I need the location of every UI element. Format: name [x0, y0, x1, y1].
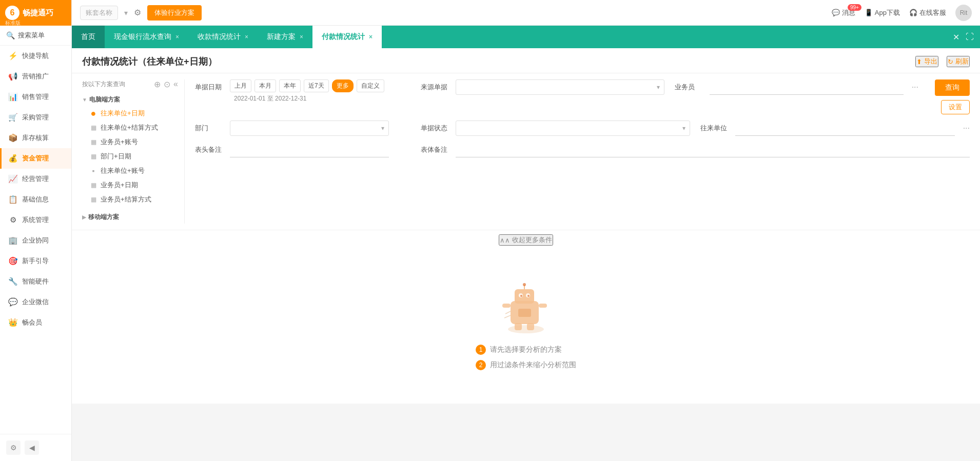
sidebar-item-wechat[interactable]: 💬 企业微信	[0, 292, 71, 312]
tab-payments-close[interactable]: ×	[369, 33, 373, 41]
mobile-group-title[interactable]: ▶ 移动端方案	[82, 211, 178, 224]
sidebar-item-enterprise[interactable]: 🏢 企业协同	[0, 230, 71, 251]
messages-button[interactable]: 💬 消息 99+	[832, 8, 855, 17]
last-month-btn[interactable]: 上月	[230, 79, 251, 92]
sidebar-item-finance[interactable]: 💰 资金管理	[0, 148, 71, 169]
sidebar-item-label: 企业协同	[22, 236, 49, 245]
sidebar-item-basic[interactable]: 📋 基础信息	[0, 189, 71, 210]
scheme-item-staff-account[interactable]: ▦ 业务员+账号	[82, 135, 178, 149]
sidebar-item-marketing[interactable]: 📢 营销推广	[0, 66, 71, 87]
sidebar-item-member[interactable]: 👑 畅会员	[0, 312, 71, 333]
staff-more-icon[interactable]: ···	[912, 83, 918, 92]
scheme-header-icons: ⊕ ⊙ «	[154, 79, 178, 89]
scheme-item-staff-settle[interactable]: ▦ 业务员+结算方式	[82, 192, 178, 207]
system-icon: ⚙	[8, 215, 18, 225]
date-range-display: 2022-01-01 至 2022-12-31	[234, 94, 384, 103]
mobile-group-label: 移动端方案	[88, 213, 119, 222]
table-body-note-input[interactable]	[456, 142, 970, 157]
settings-button[interactable]: 设置	[941, 100, 970, 114]
tab-home[interactable]: 首页	[72, 26, 105, 48]
query-button[interactable]: 查询	[935, 79, 970, 96]
tab-bank[interactable]: 现金银行流水查询 ×	[105, 26, 188, 48]
related-unit-input[interactable]	[735, 121, 955, 136]
settings-scheme-icon[interactable]: ⊙	[164, 79, 170, 89]
desktop-group-label: 电脑端方案	[89, 95, 120, 104]
voucher-status-select[interactable]: ▾	[456, 121, 690, 136]
more-dates-btn[interactable]: 更多	[332, 79, 354, 92]
scheme-item-staff-date[interactable]: ▦ 业务员+日期	[82, 178, 178, 192]
close-all-tabs-icon[interactable]: ✕	[953, 32, 959, 42]
collapse-row: ∧∧ 收起更多条件	[72, 230, 980, 250]
online-service-button[interactable]: 🎧 在线客服	[909, 8, 946, 17]
sidebar-item-quick-nav[interactable]: ⚡ 快捷导航	[0, 46, 71, 66]
user-avatar[interactable]: Rit	[955, 5, 972, 21]
last-7days-btn[interactable]: 近7天	[304, 79, 329, 92]
tab-bank-label: 现金银行流水查询	[114, 32, 171, 42]
logo-icon: 6	[5, 6, 19, 20]
scheme-item-unit-account[interactable]: ▪ 往来单位+账号	[82, 164, 178, 178]
svg-point-5	[520, 295, 522, 297]
related-unit-more-icon[interactable]: ···	[963, 124, 970, 133]
export-button[interactable]: ⬆ 导出	[915, 56, 938, 67]
svg-rect-13	[518, 309, 531, 317]
tab-payments[interactable]: 付款情况统计 ×	[312, 26, 382, 48]
nav-tabs: 首页 现金银行流水查询 × 收款情况统计 × 新建方案 × 付款情况统计 × ✕…	[72, 26, 980, 48]
sidebar-item-label: 资金管理	[22, 154, 49, 163]
trial-button[interactable]: 体验行业方案	[147, 5, 202, 21]
scheme-item-label: 业务员+日期	[101, 181, 138, 190]
inventory-icon: 📦	[8, 133, 18, 143]
dept-select[interactable]: ▾	[230, 121, 389, 136]
tab-bank-close[interactable]: ×	[175, 33, 179, 41]
filter-actions: 查询 设置	[929, 79, 970, 114]
desktop-group-title[interactable]: ▼ 电脑端方案	[82, 93, 178, 106]
scheme-icon-2: ▦	[89, 138, 97, 146]
app-download-button[interactable]: 📱 App下载	[865, 8, 900, 17]
collapse-scheme-icon[interactable]: «	[173, 79, 178, 89]
sidebar-item-hardware[interactable]: 🔧 智能硬件	[0, 271, 71, 292]
app-download-label: App下载	[875, 8, 900, 17]
search-menu[interactable]: 🔍 搜索菜单	[0, 26, 71, 46]
scheme-item-unit-date[interactable]: ● 往来单位+日期	[82, 106, 178, 121]
settings-bottom-icon[interactable]: ⚙	[6, 440, 21, 455]
tab-new-scheme-close[interactable]: ×	[300, 33, 303, 41]
this-month-btn[interactable]: 本月	[254, 79, 276, 92]
scheme-active-icon: ●	[89, 109, 97, 117]
collapse-button[interactable]: ∧∧ 收起更多条件	[499, 234, 553, 246]
tab-new-scheme[interactable]: 新建方案 ×	[258, 26, 312, 48]
sidebar-item-operations[interactable]: 📈 经营管理	[0, 169, 71, 189]
this-year-btn[interactable]: 本年	[279, 79, 301, 92]
scheme-icon-4: ▪	[89, 167, 97, 175]
mobile-group-arrow: ▶	[82, 214, 86, 220]
page-title: 付款情况统计（往来单位+日期）	[82, 55, 217, 68]
custom-date-btn[interactable]: 自定义	[357, 79, 384, 92]
nav-tabs-actions: ✕ ⛶	[953, 26, 980, 48]
refresh-icon: ↻	[948, 58, 953, 66]
sidebar-item-sales[interactable]: 📊 销售管理	[0, 87, 71, 107]
main-content: 账套名称 ▾ ⚙ 体验行业方案 💬 消息 99+ 📱 App下载 🎧 在线客服 …	[72, 0, 980, 461]
sidebar-item-purchase[interactable]: 🛒 采购管理	[0, 107, 71, 128]
account-dropdown-icon[interactable]: ▾	[124, 9, 128, 17]
settings-icon[interactable]: ⚙	[134, 8, 141, 17]
sidebar-bottom: ⚙ ◀	[0, 434, 71, 461]
empty-state: 1 请先选择要分析的方案 2 用过滤条件来缩小分析范围	[72, 250, 980, 404]
svg-point-6	[527, 295, 530, 297]
tab-receipts-close[interactable]: ×	[245, 33, 248, 41]
svg-rect-9	[502, 304, 511, 308]
svg-rect-12	[527, 323, 534, 330]
scheme-item-label: 业务员+结算方式	[101, 195, 151, 204]
maximize-icon[interactable]: ⛶	[966, 32, 974, 42]
sidebar-item-system[interactable]: ⚙ 系统管理	[0, 210, 71, 230]
table-header-note-input[interactable]	[230, 142, 389, 157]
enterprise-icon: 🏢	[8, 235, 18, 246]
sidebar-item-guide[interactable]: 🎯 新手引导	[0, 251, 71, 271]
scheme-item-unit-settle[interactable]: ▦ 往来单位+结算方式	[82, 121, 178, 135]
tab-receipts[interactable]: 收款情况统计 ×	[188, 26, 258, 48]
refresh-button[interactable]: ↻ 刷新	[947, 56, 970, 67]
desktop-group-arrow: ▼	[82, 97, 87, 103]
sidebar-item-inventory[interactable]: 📦 库存核算	[0, 128, 71, 148]
collapse-sidebar-icon[interactable]: ◀	[25, 440, 39, 455]
source-voucher-select[interactable]: ▾	[456, 79, 664, 95]
scheme-item-dept-date[interactable]: ▦ 部门+日期	[82, 149, 178, 164]
staff-input[interactable]	[710, 79, 904, 95]
add-scheme-icon[interactable]: ⊕	[154, 79, 161, 89]
